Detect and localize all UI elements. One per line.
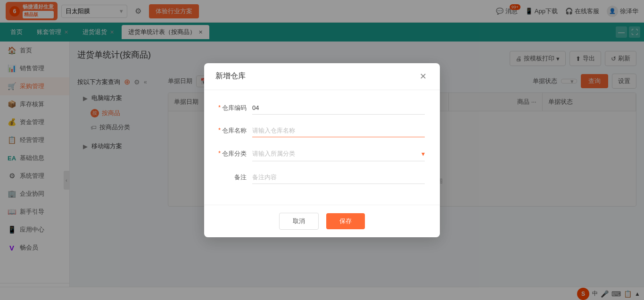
name-input[interactable] <box>252 124 425 137</box>
name-label: 仓库名称 <box>219 126 252 135</box>
note-input[interactable] <box>252 171 425 184</box>
modal-close-button[interactable]: ✕ <box>417 71 429 82</box>
save-button[interactable]: 保存 <box>326 213 365 229</box>
form-row-name: 仓库名称 <box>219 124 425 137</box>
modal-header: 新增仓库 ✕ <box>204 63 440 90</box>
code-input[interactable] <box>252 101 425 115</box>
modal-body: 仓库编码 仓库名称 仓库分类 请输入所属分类 ▾ 备注 <box>204 90 440 205</box>
code-label: 仓库编码 <box>219 104 252 112</box>
category-chevron-icon: ▾ <box>421 150 425 158</box>
modal-overlay: 新增仓库 ✕ 仓库编码 仓库名称 仓库分类 请输入所属分类 ▾ <box>0 0 644 300</box>
add-warehouse-modal: 新增仓库 ✕ 仓库编码 仓库名称 仓库分类 请输入所属分类 ▾ <box>204 63 440 237</box>
modal-footer: 取消 保存 <box>204 205 440 237</box>
form-row-category: 仓库分类 请输入所属分类 ▾ <box>219 147 425 161</box>
category-selector[interactable]: 请输入所属分类 ▾ <box>252 147 425 161</box>
note-label: 备注 <box>219 173 252 182</box>
category-placeholder: 请输入所属分类 <box>252 150 295 158</box>
modal-title: 新增仓库 <box>215 71 246 81</box>
cancel-button[interactable]: 取消 <box>279 213 319 230</box>
form-row-code: 仓库编码 <box>219 101 425 115</box>
form-row-note: 备注 <box>219 171 425 184</box>
category-label: 仓库分类 <box>219 150 252 158</box>
